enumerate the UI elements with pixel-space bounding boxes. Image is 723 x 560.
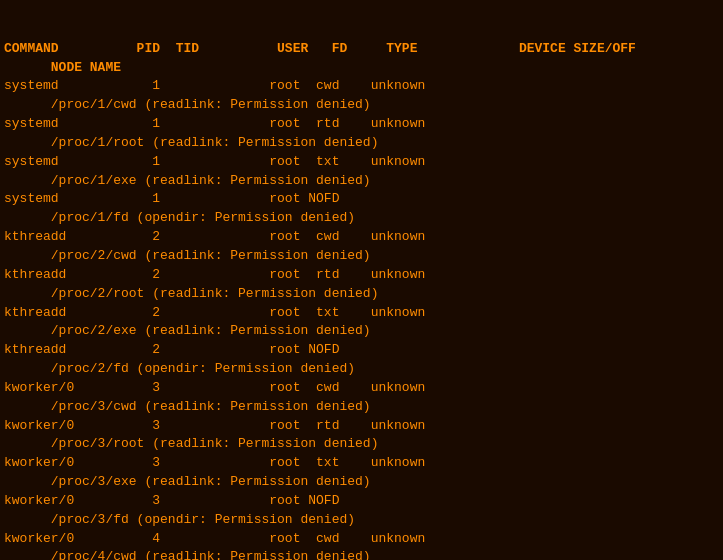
terminal-header: COMMAND PID TID USER FD TYPE DEVICE SIZE… <box>4 40 719 78</box>
terminal-content: systemd 1 root cwd unknown /proc/1/cwd (… <box>4 77 719 560</box>
table-row: systemd 1 root rtd unknown <box>4 115 719 134</box>
table-row: /proc/3/cwd (readlink: Permission denied… <box>4 398 719 417</box>
table-row: kworker/0 3 root NOFD <box>4 492 719 511</box>
table-row: kthreadd 2 root rtd unknown <box>4 266 719 285</box>
terminal-window: COMMAND PID TID USER FD TYPE DEVICE SIZE… <box>0 0 723 560</box>
table-row: systemd 1 root NOFD <box>4 190 719 209</box>
table-row: kworker/0 3 root txt unknown <box>4 454 719 473</box>
table-row: /proc/2/cwd (readlink: Permission denied… <box>4 247 719 266</box>
table-row: kworker/0 3 root cwd unknown <box>4 379 719 398</box>
table-row: systemd 1 root cwd unknown <box>4 77 719 96</box>
table-row: /proc/2/exe (readlink: Permission denied… <box>4 322 719 341</box>
table-row: kthreadd 2 root NOFD <box>4 341 719 360</box>
table-row: /proc/3/root (readlink: Permission denie… <box>4 435 719 454</box>
table-row: /proc/3/exe (readlink: Permission denied… <box>4 473 719 492</box>
table-row: /proc/1/exe (readlink: Permission denied… <box>4 172 719 191</box>
table-row: /proc/3/fd (opendir: Permission denied) <box>4 511 719 530</box>
table-row: /proc/2/fd (opendir: Permission denied) <box>4 360 719 379</box>
table-row: kworker/0 3 root rtd unknown <box>4 417 719 436</box>
table-row: /proc/1/fd (opendir: Permission denied) <box>4 209 719 228</box>
table-row: kworker/0 4 root cwd unknown <box>4 530 719 549</box>
table-row: /proc/4/cwd (readlink: Permission denied… <box>4 548 719 560</box>
table-row: /proc/2/root (readlink: Permission denie… <box>4 285 719 304</box>
table-row: kthreadd 2 root txt unknown <box>4 304 719 323</box>
table-row: kthreadd 2 root cwd unknown <box>4 228 719 247</box>
table-row: systemd 1 root txt unknown <box>4 153 719 172</box>
table-row: /proc/1/root (readlink: Permission denie… <box>4 134 719 153</box>
table-row: /proc/1/cwd (readlink: Permission denied… <box>4 96 719 115</box>
